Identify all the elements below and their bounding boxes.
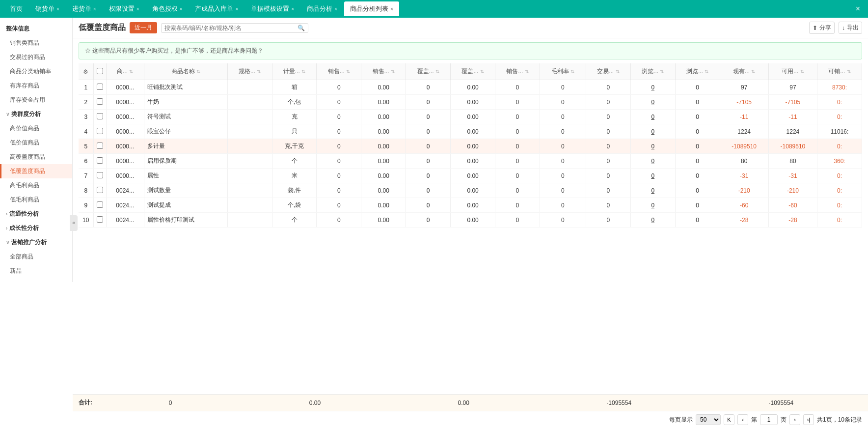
sidebar-item-low-coverage[interactable]: 低覆盖度商品 [0, 164, 72, 178]
sidebar-item-sales-goods[interactable]: 销售类商品 [0, 36, 72, 50]
nav-close-purchase[interactable]: × [93, 6, 96, 12]
row-checkbox[interactable] [97, 84, 103, 90]
browse1-link[interactable]: 0 [651, 217, 654, 224]
cell-browse1[interactable]: 0 [630, 169, 675, 183]
sidebar-item-stock-capital[interactable]: 库存资金占用 [0, 93, 72, 107]
cell-checkbox[interactable] [93, 213, 106, 228]
th-sales3[interactable]: 销售... ⇅ [495, 63, 540, 80]
sidebar-collapse-button[interactable]: « [70, 215, 78, 231]
th-settings[interactable]: ⚙ [79, 63, 93, 80]
sidebar-item-high-value[interactable]: 高价值商品 [0, 121, 72, 136]
sidebar-item-traded-goods[interactable]: 交易过的商品 [0, 50, 72, 64]
cell-checkbox[interactable] [93, 169, 106, 183]
cell-browse1[interactable]: 0 [630, 183, 675, 198]
cell-browse1[interactable]: 0 [630, 154, 675, 169]
nav-close-stock-in[interactable]: × [235, 6, 238, 12]
th-coverage1[interactable]: 覆盖... ⇅ [406, 63, 451, 80]
select-all-checkbox[interactable] [97, 68, 103, 74]
th-browse1[interactable]: 浏览... ⇅ [630, 63, 675, 80]
cell-browse1[interactable]: 0 [630, 80, 675, 95]
nav-close-goods-analysis[interactable]: × [334, 6, 337, 12]
nav-close-goods-analysis-list[interactable]: × [390, 6, 393, 12]
window-close-button[interactable]: × [852, 2, 864, 15]
th-coverage2[interactable]: 覆盖... ⇅ [451, 63, 495, 80]
nav-item-home[interactable]: 首页 [4, 1, 28, 16]
sidebar-section-growth[interactable]: › 成长性分析 [0, 221, 72, 235]
search-icon[interactable]: 🔍 [298, 25, 305, 31]
settings-icon[interactable]: ⚙ [83, 68, 88, 75]
sidebar-item-high-margin[interactable]: 高毛利商品 [0, 178, 72, 193]
sidebar-item-low-value[interactable]: 低价值商品 [0, 136, 72, 150]
th-current-stock[interactable]: 现有... ⇅ [720, 63, 768, 80]
browse1-link[interactable]: 0 [651, 84, 654, 91]
browse1-link[interactable]: 0 [651, 143, 654, 150]
th-sales-amount[interactable]: 销售... ⇅ [361, 63, 406, 80]
browse1-link[interactable]: 0 [651, 114, 654, 120]
last-page-button[interactable]: ›| [803, 414, 814, 425]
sidebar-item-low-margin[interactable]: 低毛利商品 [0, 193, 72, 207]
cell-checkbox[interactable] [93, 80, 106, 95]
browse1-link[interactable]: 0 [651, 158, 654, 165]
row-checkbox[interactable] [97, 201, 103, 208]
sidebar-item-high-coverage[interactable]: 高覆盖度商品 [0, 150, 72, 164]
row-checkbox[interactable] [97, 157, 103, 164]
nav-close-role[interactable]: × [180, 6, 183, 12]
cell-browse1[interactable]: 0 [630, 198, 675, 213]
nav-item-permission[interactable]: 权限设置 × [103, 1, 145, 16]
th-available-stock[interactable]: 可用... ⇅ [768, 63, 817, 80]
row-checkbox[interactable] [97, 113, 103, 119]
nav-close-sales[interactable]: × [56, 6, 59, 12]
sidebar-item-all-goods[interactable]: 全部商品 [0, 250, 72, 264]
row-checkbox[interactable] [97, 98, 103, 105]
period-button[interactable]: 近一月 [130, 22, 157, 33]
page-size-select[interactable]: 50 100 200 [696, 414, 721, 425]
cell-checkbox[interactable] [93, 198, 106, 213]
sidebar-section-marketing[interactable]: ∨ 营销推广分析 [0, 235, 72, 250]
first-page-button[interactable]: K [724, 414, 734, 425]
row-checkbox[interactable] [97, 187, 103, 193]
th-name[interactable]: 商品名称 ⇅ [144, 63, 227, 80]
nav-item-stock-in[interactable]: 产成品入库单 × [189, 1, 244, 16]
cell-checkbox[interactable] [93, 183, 106, 198]
row-checkbox[interactable] [97, 128, 103, 134]
sidebar-item-new-goods[interactable]: 新品 [0, 264, 72, 278]
cell-checkbox[interactable] [93, 139, 106, 154]
th-sellable[interactable]: 可销... ⇅ [817, 63, 862, 80]
nav-close-permission[interactable]: × [136, 6, 139, 12]
th-trade[interactable]: 交易... ⇅ [586, 63, 630, 80]
search-input[interactable] [164, 25, 296, 31]
row-checkbox[interactable] [97, 216, 103, 223]
cell-browse1[interactable]: 0 [630, 213, 675, 228]
sidebar-section-overview[interactable]: 整体信息 [0, 22, 72, 36]
row-checkbox[interactable] [97, 143, 103, 149]
nav-item-goods-analysis[interactable]: 商品分析 × [301, 1, 343, 16]
cell-checkbox[interactable] [93, 95, 106, 110]
browse1-link[interactable]: 0 [651, 99, 654, 106]
browse1-link[interactable]: 0 [651, 128, 654, 135]
nav-item-goods-analysis-list[interactable]: 商品分析列表 × [344, 1, 399, 16]
nav-item-role[interactable]: 角色授权 × [146, 1, 189, 16]
th-margin[interactable]: 毛利率 ⇅ [540, 63, 586, 80]
browse1-link[interactable]: 0 [651, 187, 654, 194]
nav-item-template[interactable]: 单据模板设置 × [245, 1, 300, 16]
cell-browse1[interactable]: 0 [630, 124, 675, 139]
th-browse2[interactable]: 浏览... ⇅ [675, 63, 720, 80]
sidebar-section-circulation[interactable]: › 流通性分析 [0, 207, 72, 221]
cell-browse1[interactable]: 0 [630, 139, 675, 154]
nav-close-template[interactable]: × [291, 6, 294, 12]
next-page-button[interactable]: › [789, 414, 800, 425]
export-button[interactable]: ↓ 导出 [839, 22, 862, 34]
th-code[interactable]: 商... ⇅ [106, 63, 144, 80]
th-unit[interactable]: 计量... ⇅ [272, 63, 317, 80]
sidebar-section-cluster[interactable]: ∨ 类群度分析 [0, 107, 72, 121]
sidebar-item-category-rate[interactable]: 商品分类动销率 [0, 64, 72, 79]
browse1-link[interactable]: 0 [651, 172, 654, 179]
cell-checkbox[interactable] [93, 154, 106, 169]
cell-checkbox[interactable] [93, 110, 106, 124]
cell-browse1[interactable]: 0 [630, 110, 675, 124]
browse1-link[interactable]: 0 [651, 202, 654, 209]
cell-checkbox[interactable] [93, 124, 106, 139]
prev-page-button[interactable]: ‹ [737, 414, 748, 425]
sidebar-item-stock-goods[interactable]: 有库存商品 [0, 79, 72, 93]
th-sales-count[interactable]: 销售... ⇅ [317, 63, 361, 80]
